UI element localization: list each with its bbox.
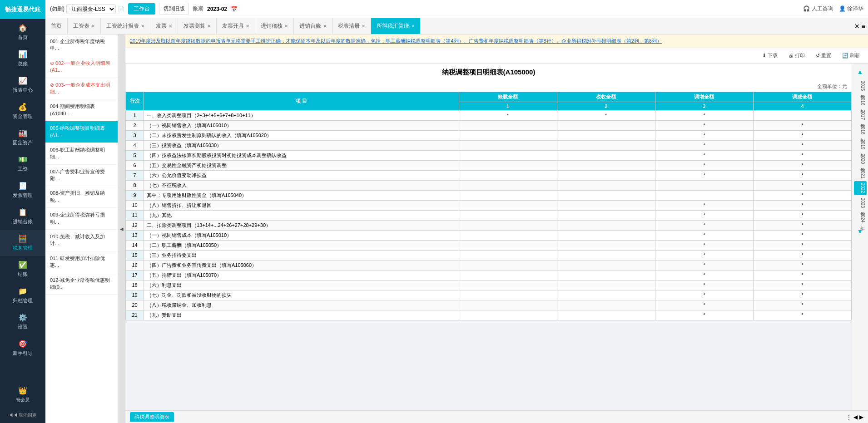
support-label[interactable]: 🎧 人工咨询	[803, 5, 833, 13]
tab-menu-icon[interactable]: ≡	[862, 23, 865, 30]
cell-c3[interactable]: *	[655, 200, 753, 210]
cell-c3[interactable]: *	[655, 120, 753, 130]
cell-c3[interactable]: *	[655, 230, 753, 240]
cell-c1[interactable]	[459, 280, 557, 290]
tab-payroll[interactable]: 工资表 ✕	[68, 18, 101, 34]
print-button[interactable]: 🖨 打印	[785, 51, 808, 60]
company-select[interactable]: 江西股金-LSS	[66, 4, 116, 14]
cell-c2[interactable]	[557, 120, 655, 130]
footer-tab-main[interactable]: 纳税调整明细表	[130, 412, 174, 422]
cell-c2[interactable]	[557, 280, 655, 290]
cell-c2[interactable]: *	[557, 110, 655, 120]
cell-c2[interactable]	[557, 140, 655, 150]
cell-c2[interactable]	[557, 230, 655, 240]
tab-home[interactable]: 首页	[45, 18, 68, 34]
cell-c1[interactable]: *	[459, 110, 557, 120]
cell-c3[interactable]: *	[655, 220, 753, 230]
tab-audit[interactable]: 进销稽核 ✕	[255, 18, 294, 34]
tab-invoice-issue-close[interactable]: ✕	[246, 24, 249, 29]
cell-c4[interactable]: *	[753, 150, 851, 160]
cell-c3[interactable]: *	[655, 160, 753, 170]
cell-c2[interactable]	[557, 150, 655, 160]
sidebar-item-member[interactable]: 👑 畅会员	[0, 382, 45, 408]
sidebar-item-ledger[interactable]: 📋 进销台账	[0, 203, 45, 230]
cell-c1[interactable]	[459, 210, 557, 220]
tab-invoice-close[interactable]: ✕	[169, 24, 172, 29]
year-item-2017[interactable]: 2017年	[854, 108, 867, 122]
cell-c3[interactable]	[655, 190, 753, 200]
cell-c2[interactable]	[557, 210, 655, 220]
cell-c2[interactable]	[557, 250, 655, 260]
cell-c1[interactable]	[459, 180, 557, 190]
sidebar-item-general-ledger[interactable]: 📊 总账	[0, 45, 45, 72]
cell-c4[interactable]: *	[753, 240, 851, 250]
tab-tax-list-close[interactable]: ✕	[362, 24, 365, 29]
calendar-icon[interactable]: 📅	[231, 6, 238, 12]
year-nav-up[interactable]: ▲	[854, 65, 867, 78]
tab-payroll-stats[interactable]: 工资统计报表 ✕	[101, 18, 150, 34]
sidebar-item-settings[interactable]: ⚙️ 设置	[0, 309, 45, 335]
cell-c1[interactable]	[459, 120, 557, 130]
left-nav-item-012[interactable]: 012-减免企业所得税优惠明细(0...	[45, 273, 118, 295]
cell-c2[interactable]	[557, 180, 655, 190]
refresh-button[interactable]: 🔄 刷新	[838, 51, 863, 60]
tab-income-tax[interactable]: 所得税汇算缴 ✕	[371, 18, 421, 34]
cell-c4[interactable]: *	[753, 270, 851, 280]
cell-c4[interactable]: *	[753, 220, 851, 230]
left-nav-item-006[interactable]: 006-职工薪酬纳税调整明细...	[45, 143, 118, 165]
cell-c3[interactable]: *	[655, 280, 753, 290]
cell-c4[interactable]: *	[753, 300, 851, 310]
cell-c3[interactable]: *	[655, 110, 753, 120]
cell-c1[interactable]	[459, 230, 557, 240]
cell-c3[interactable]: *	[655, 300, 753, 310]
cell-c3[interactable]: *	[655, 270, 753, 280]
cell-c3[interactable]: *	[655, 260, 753, 270]
sidebar-item-finance[interactable]: 💰 资金管理	[0, 98, 45, 124]
cell-c2[interactable]	[557, 200, 655, 210]
cell-c2[interactable]	[557, 170, 655, 180]
left-nav-item-008[interactable]: 008-资产折旧、摊销及纳税...	[45, 186, 118, 208]
cell-c3[interactable]: *	[655, 140, 753, 150]
cell-c4[interactable]: *	[753, 290, 851, 300]
cell-c3[interactable]	[655, 180, 753, 190]
year-item-2020[interactable]: 2020年	[854, 152, 867, 166]
cell-c2[interactable]	[557, 190, 655, 200]
cancel-fixed-button[interactable]: ◀◀ 取消固定	[0, 408, 45, 423]
tab-income-tax-close[interactable]: ✕	[411, 24, 415, 29]
cell-c3[interactable]: *	[655, 310, 753, 320]
year-item-2023[interactable]: 2023年	[854, 196, 867, 210]
cell-c1[interactable]	[459, 310, 557, 320]
cell-c4[interactable]: *	[753, 140, 851, 150]
left-nav-item-005[interactable]: 005-纳税调整项目明细表(A1...	[45, 121, 118, 143]
cell-c4[interactable]: *	[753, 120, 851, 130]
left-nav-item-003[interactable]: 003-一般企业成本支出明细...	[45, 78, 118, 100]
cell-c3[interactable]: *	[655, 210, 753, 220]
reset-button[interactable]: ↺ 重置	[812, 51, 835, 60]
sidebar-item-home[interactable]: 🏠 首页	[0, 19, 45, 45]
nav-collapse-button[interactable]: ◀	[118, 34, 125, 423]
cell-c1[interactable]	[459, 200, 557, 210]
copy-icon[interactable]: 📄	[118, 6, 124, 12]
cell-c1[interactable]	[459, 160, 557, 170]
left-nav-item-011[interactable]: 011-研发费用加计扣除优惠...	[45, 251, 118, 273]
cell-c4[interactable]: *	[753, 260, 851, 270]
year-item-2022[interactable]: 2022年	[854, 181, 867, 195]
cell-c1[interactable]	[459, 150, 557, 160]
sidebar-item-salary[interactable]: 💵 工资	[0, 151, 45, 177]
left-nav-item-001[interactable]: 001-企业所得税年度纳税申...	[45, 34, 118, 56]
left-nav-item-004[interactable]: 004-期间费用明细表(A1040...	[45, 99, 118, 121]
sidebar-item-assets[interactable]: 🏭 固定资产	[0, 124, 45, 151]
table-wrapper[interactable]: 纳税调整项目明细表(A105000) 全额单位：元 行次 项 目 账载全额 税收…	[125, 64, 852, 411]
cell-c2[interactable]	[557, 270, 655, 280]
tab-invoice-issue[interactable]: 发票开具 ✕	[217, 18, 255, 34]
cell-c2[interactable]	[557, 240, 655, 250]
cell-c4[interactable]: *	[753, 250, 851, 260]
cell-c4[interactable]: *	[753, 310, 851, 320]
cell-c4[interactable]: *	[753, 210, 851, 220]
cell-c3[interactable]: *	[655, 250, 753, 260]
tab-invoice-calc-close[interactable]: ✕	[207, 24, 211, 29]
cell-c1[interactable]	[459, 290, 557, 300]
user-avatar[interactable]: 👤 徐泽华	[839, 5, 863, 13]
switch-old-button[interactable]: 切到旧版	[159, 3, 189, 15]
cell-c1[interactable]	[459, 270, 557, 280]
